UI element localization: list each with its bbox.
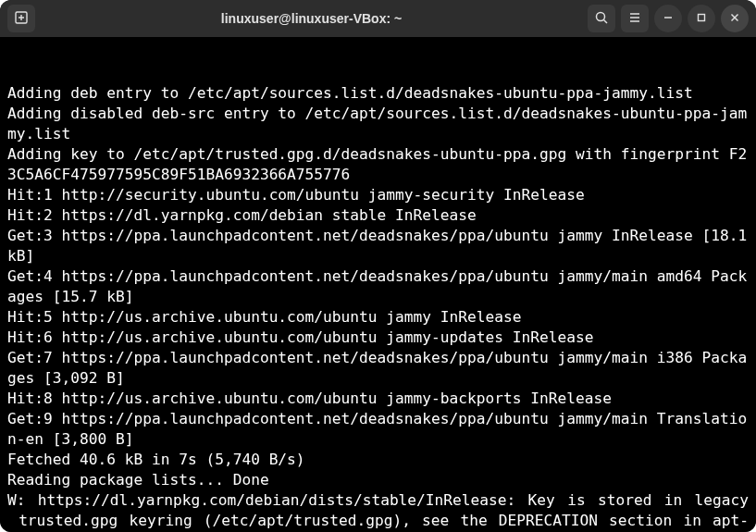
maximize-icon (696, 12, 707, 26)
terminal-line: Get:9 https://ppa.launchpadcontent.net/d… (7, 409, 749, 450)
hamburger-icon (627, 10, 642, 28)
terminal-window: linuxuser@linuxuser-VBox: ~ (0, 0, 756, 532)
menu-button[interactable] (621, 5, 649, 32)
terminal-line: Hit:8 http://us.archive.ubuntu.com/ubunt… (7, 389, 749, 409)
svg-point-3 (597, 12, 605, 20)
close-button[interactable] (721, 5, 749, 32)
title-bar-left (7, 5, 35, 32)
window-title: linuxuser@linuxuser-VBox: ~ (41, 11, 582, 26)
terminal-line: Get:4 https://ppa.launchpadcontent.net/d… (7, 266, 749, 307)
terminal-line: Hit:6 http://us.archive.ubuntu.com/ubunt… (7, 328, 749, 348)
minimize-icon (663, 12, 674, 26)
terminal-line: Fetched 40.6 kB in 7s (5,740 B/s) (7, 450, 749, 470)
maximize-button[interactable] (688, 5, 715, 32)
title-bar: linuxuser@linuxuser-VBox: ~ (0, 0, 756, 37)
new-tab-button[interactable] (7, 5, 35, 32)
terminal-line: Get:7 https://ppa.launchpadcontent.net/d… (7, 348, 749, 389)
minimize-button[interactable] (654, 5, 682, 32)
terminal-warning-line: trusted.gpg keyring (/etc/apt/trusted.gp… (7, 511, 749, 531)
terminal-line: Adding key to /etc/apt/trusted.gpg.d/dea… (7, 144, 749, 185)
terminal-line: Adding disabled deb-src entry to /etc/ap… (7, 104, 749, 144)
title-bar-right (588, 5, 749, 32)
new-tab-icon (14, 10, 29, 28)
close-icon (729, 12, 740, 26)
terminal-line: Adding deb entry to /etc/apt/sources.lis… (7, 83, 749, 104)
terminal-line: Hit:2 https://dl.yarnpkg.com/debian stab… (7, 205, 749, 226)
terminal-line: Reading package lists... Done (7, 470, 749, 490)
svg-line-4 (604, 19, 608, 23)
svg-rect-9 (699, 14, 705, 20)
terminal-content[interactable]: Adding deb entry to /etc/apt/sources.lis… (0, 37, 756, 532)
terminal-warning-line: W: https://dl.yarnpkg.com/debian/dists/s… (7, 490, 749, 511)
search-icon (594, 10, 609, 28)
terminal-line: Hit:5 http://us.archive.ubuntu.com/ubunt… (7, 307, 749, 328)
search-button[interactable] (588, 5, 615, 32)
terminal-line: Hit:1 http://security.ubuntu.com/ubuntu … (7, 185, 749, 205)
terminal-line: Get:3 https://ppa.launchpadcontent.net/d… (7, 226, 749, 266)
